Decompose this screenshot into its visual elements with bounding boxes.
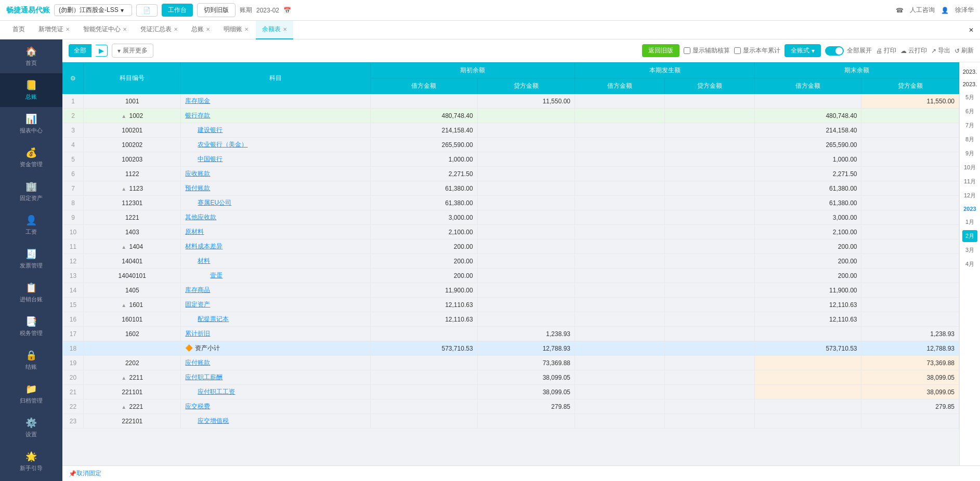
subject-name[interactable]: 赛属EU公司: [181, 196, 371, 210]
table-row[interactable]: 9 1221 其他应收款 3,000.00 3,000.00: [63, 210, 959, 225]
tab-ledger-close[interactable]: ✕: [206, 26, 210, 32]
table-row[interactable]: 17 1602 累计折旧 1,238.93 1,238.93: [63, 327, 959, 341]
table-row[interactable]: 8 112301 赛属EU公司 61,380.00 61,380.00: [63, 196, 959, 210]
right-panel-month-4[interactable]: 4月: [962, 258, 977, 270]
tab-smart-voucher-close[interactable]: ✕: [123, 26, 127, 32]
subject-name[interactable]: 配提票记本: [181, 312, 371, 327]
right-panel-month-5[interactable]: 5月: [962, 91, 977, 103]
right-panel-month-1[interactable]: 1月: [962, 216, 977, 228]
expand-icon[interactable]: ▲: [121, 302, 126, 308]
sidebar-item-member[interactable]: 💎 畅会员: [0, 478, 62, 481]
table-row[interactable]: 3 100201 建设银行 214,158.40 214,158.40: [63, 123, 959, 138]
filter-all-button[interactable]: 全部: [69, 44, 92, 57]
cloud-print-button[interactable]: ☁ 云打印: [900, 46, 927, 55]
subject-link[interactable]: 银行存款: [185, 112, 210, 119]
table-row[interactable]: 11 ▲ 1404 材料成本差异 200.00 200.00: [63, 239, 959, 254]
table-row[interactable]: 23 222101 应交增值税: [63, 414, 959, 429]
table-row[interactable]: 20 ▲ 2211 应付职工薪酬 38,099.05 38,099.05: [63, 370, 959, 385]
subject-link[interactable]: 库存商品: [185, 286, 210, 293]
subject-link[interactable]: 库存现金: [185, 97, 210, 104]
tab-add-voucher[interactable]: 新增凭证 ✕: [32, 21, 76, 39]
right-panel-month-7[interactable]: 7月: [962, 119, 977, 131]
sidebar-item-tax[interactable]: 📑 税务管理: [0, 310, 62, 343]
export-button[interactable]: ↗ 导出: [931, 46, 950, 55]
table-row[interactable]: 22 ▲ 2221 应交税费 279.85 279.85: [63, 399, 959, 414]
subject-link[interactable]: 农业银行（美金）: [198, 141, 247, 148]
table-row[interactable]: 15 ▲ 1601 固定资产 12,110.63 12,110.63: [63, 298, 959, 312]
sidebar-item-archive[interactable]: 📁 归档管理: [0, 377, 62, 411]
expand-icon[interactable]: ▲: [121, 244, 126, 250]
subject-name[interactable]: 应交税费: [181, 399, 371, 414]
table-row[interactable]: 5 100203 中国银行 1,000.00 1,000.00: [63, 152, 959, 167]
table-row[interactable]: 4 100202 农业银行（美金） 265,590.00 265,590.00: [63, 138, 959, 152]
right-panel-month-9[interactable]: 9月: [962, 148, 977, 159]
expand-icon[interactable]: ▲: [121, 404, 126, 410]
subject-link[interactable]: 预付账款: [185, 184, 210, 192]
subject-name[interactable]: 应付账款: [181, 356, 371, 370]
right-panel-month-8[interactable]: 8月: [962, 133, 977, 145]
show-auxiliary-checkbox[interactable]: [684, 47, 690, 54]
consult-label[interactable]: 人工咨询: [910, 6, 935, 15]
subject-link[interactable]: 应付职工薪酬: [185, 373, 223, 381]
subject-link[interactable]: 材料成本差异: [185, 243, 223, 250]
calendar-icon[interactable]: 📅: [283, 7, 291, 14]
tab-ledger[interactable]: 总账 ✕: [185, 21, 216, 39]
tab-balance-close[interactable]: ✕: [283, 26, 287, 32]
table-row[interactable]: 12 140401 材料 200.00 200.00: [63, 254, 959, 269]
subject-link[interactable]: 赛属EU公司: [198, 199, 231, 206]
subject-link[interactable]: 壹蛋: [210, 272, 223, 279]
tab-balance[interactable]: 余额表 ✕: [256, 21, 293, 39]
sidebar-item-salary[interactable]: 👤 工资: [0, 208, 62, 242]
subject-name[interactable]: 累计折旧: [181, 327, 371, 341]
expand-all-toggle[interactable]: [825, 46, 844, 56]
right-panel-month-6[interactable]: 6月: [962, 105, 977, 117]
table-row[interactable]: 2 ▲ 1002 银行存款 480,748.40 480,748.40: [63, 109, 959, 123]
tab-voucher-summary-close[interactable]: ✕: [174, 26, 178, 32]
subject-name[interactable]: 中国银行: [181, 152, 371, 167]
show-ytd-checkbox[interactable]: [734, 47, 741, 54]
table-container[interactable]: ⚙ 科目编号 科目 期初余额 本期发生额 期末余额 借方金额 贷方金额 借方金额…: [62, 62, 959, 465]
workbench-button[interactable]: 工作台: [162, 4, 193, 17]
bottom-bar-label[interactable]: 取消固定: [76, 469, 101, 478]
subject-link[interactable]: 建设银行: [198, 126, 223, 133]
sidebar-item-settings[interactable]: ⚙️ 设置: [0, 411, 62, 445]
sidebar-item-invoice[interactable]: 🧾 发票管理: [0, 242, 62, 276]
user-label[interactable]: 徐泽华: [955, 6, 974, 15]
table-row[interactable]: 1 1001 库存现金 11,550.00 11,550.00: [63, 94, 959, 109]
subject-name[interactable]: 库存现金: [181, 94, 371, 109]
subject-name[interactable]: 应付职工薪酬: [181, 370, 371, 385]
sidebar-item-assets[interactable]: 🏢 固定资产: [0, 175, 62, 208]
subject-name[interactable]: 库存商品: [181, 283, 371, 298]
print-button[interactable]: 🖨 打印: [876, 46, 896, 55]
sidebar-item-capital[interactable]: 💰 资金管理: [0, 141, 62, 175]
doc-icon-btn[interactable]: 📄: [136, 4, 158, 17]
table-row[interactable]: 21 221101 应付职工工资 38,099.05 38,099.05: [63, 385, 959, 399]
refresh-button[interactable]: ↺ 刷新: [955, 46, 974, 55]
tab-detail-ledger[interactable]: 明细账 ✕: [217, 21, 255, 39]
table-row[interactable]: 16 160101 配提票记本 12,110.63 12,110.63: [63, 312, 959, 327]
subject-name[interactable]: 壹蛋: [181, 269, 371, 283]
subject-name[interactable]: 建设银行: [181, 123, 371, 138]
table-row[interactable]: 19 2202 应付账款 73,369.88 73,369.88: [63, 356, 959, 370]
subject-name[interactable]: 原材料: [181, 225, 371, 239]
table-row[interactable]: 14 1405 库存商品 11,900.00 11,900.00: [63, 283, 959, 298]
sidebar-item-guide[interactable]: 🌟 新手引导: [0, 445, 62, 478]
sidebar-item-report[interactable]: 📊 报表中心: [0, 107, 62, 141]
subject-link[interactable]: 累计折旧: [185, 330, 210, 337]
sidebar-item-ledger[interactable]: 📒 总账: [0, 73, 62, 107]
table-row[interactable]: 6 1122 应收账款 2,271.50 2,271.50: [63, 167, 959, 181]
tab-voucher-summary[interactable]: 凭证汇总表 ✕: [134, 21, 184, 39]
subject-link[interactable]: 应付账款: [185, 359, 210, 366]
subject-name[interactable]: 固定资产: [181, 298, 371, 312]
expand-icon[interactable]: ▲: [121, 113, 126, 119]
subject-name[interactable]: 应付职工工资: [181, 385, 371, 399]
right-panel-month-10[interactable]: 10月: [961, 162, 979, 173]
th-settings[interactable]: ⚙: [63, 63, 84, 94]
subject-link[interactable]: 其他应收款: [185, 213, 216, 221]
right-panel-month-12[interactable]: 12月: [961, 190, 979, 202]
subject-name[interactable]: 农业银行（美金）: [181, 138, 371, 152]
right-panel-month-3[interactable]: 3月: [962, 244, 977, 256]
sidebar-item-home[interactable]: 🏠 首页: [0, 39, 62, 73]
table-row[interactable]: 13 14040101 壹蛋 200.00 200.00: [63, 269, 959, 283]
tab-close-all[interactable]: ✕: [969, 26, 974, 34]
